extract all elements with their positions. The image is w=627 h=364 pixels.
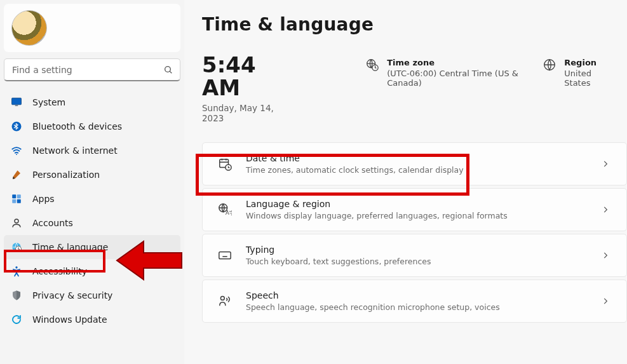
chevron-right-icon xyxy=(601,297,610,306)
current-time: 5:44 AM xyxy=(202,54,284,99)
apps-icon xyxy=(11,193,22,205)
main-content: Time & language 5:44 AM Sunday, May 14, … xyxy=(184,0,627,364)
card-title: Language & region xyxy=(246,199,587,209)
person-icon xyxy=(11,217,22,229)
svg-rect-4 xyxy=(15,105,18,107)
bluetooth-icon xyxy=(11,121,22,132)
timezone-icon xyxy=(365,58,379,72)
globe-clock-icon xyxy=(11,241,22,253)
sidebar-item-label: Accessibility xyxy=(32,266,87,276)
shield-icon xyxy=(11,290,22,301)
region-label: Region xyxy=(564,58,607,67)
svg-line-1 xyxy=(170,71,172,73)
sidebar-item-label: Bluetooth & devices xyxy=(32,121,122,131)
timezone-value: (UTC-06:00) Central Time (US & Canada) xyxy=(387,69,522,88)
svg-rect-9 xyxy=(12,199,16,203)
card-subtitle: Windows display language, preferred lang… xyxy=(246,211,587,220)
svg-point-6 xyxy=(16,154,17,155)
card-title: Date & time xyxy=(246,153,587,163)
sidebar-item-label: Personalization xyxy=(32,170,100,180)
sidebar-item-accessibility[interactable]: Accessibility xyxy=(4,259,180,283)
card-subtitle: Time zones, automatic clock settings, ca… xyxy=(246,165,587,175)
monitor-icon xyxy=(11,97,22,108)
sidebar-item-privacy[interactable]: Privacy & security xyxy=(4,283,180,307)
svg-text:A字: A字 xyxy=(226,210,232,217)
card-title: Speech xyxy=(246,290,587,300)
sidebar-item-label: Accounts xyxy=(32,218,73,228)
svg-point-11 xyxy=(15,219,18,223)
search-input[interactable] xyxy=(4,58,180,81)
keyboard-icon xyxy=(218,248,232,262)
language-icon: A字 xyxy=(218,203,232,217)
paintbrush-icon xyxy=(11,169,22,180)
timezone-block: Time zone (UTC-06:00) Central Time (US &… xyxy=(365,58,522,88)
timezone-label: Time zone xyxy=(387,58,522,67)
region-block: Region United States xyxy=(543,58,607,88)
sidebar-item-apps[interactable]: Apps xyxy=(4,187,180,211)
update-icon xyxy=(11,314,22,325)
sidebar-item-time-language[interactable]: Time & language xyxy=(4,235,180,259)
speech-icon xyxy=(218,294,232,308)
sidebar-item-bluetooth[interactable]: Bluetooth & devices xyxy=(4,114,180,138)
sidebar-item-label: System xyxy=(32,97,65,107)
sidebar-item-label: Privacy & security xyxy=(32,290,112,300)
svg-rect-7 xyxy=(12,194,16,198)
accessibility-icon xyxy=(11,266,22,277)
card-language-region[interactable]: A字 Language & region Windows display lan… xyxy=(202,188,627,231)
search-icon xyxy=(163,65,173,75)
sidebar-item-label: Apps xyxy=(32,194,55,204)
sidebar-item-system[interactable]: System xyxy=(4,90,180,114)
globe-icon xyxy=(543,58,556,72)
sidebar: System Bluetooth & devices Network & int… xyxy=(0,0,184,364)
sidebar-item-windows-update[interactable]: Windows Update xyxy=(4,307,180,332)
sidebar-item-network[interactable]: Network & internet xyxy=(4,138,180,163)
card-date-time[interactable]: Date & time Time zones, automatic clock … xyxy=(202,142,627,185)
card-title: Typing xyxy=(246,245,587,255)
wifi-icon xyxy=(11,145,22,156)
avatar xyxy=(11,10,47,46)
svg-point-23 xyxy=(220,297,224,300)
calendar-clock-icon xyxy=(218,157,232,171)
svg-rect-8 xyxy=(17,194,21,198)
sidebar-item-label: Network & internet xyxy=(32,145,118,156)
sidebar-item-personalization[interactable]: Personalization xyxy=(4,163,180,187)
chevron-right-icon xyxy=(601,205,610,214)
svg-rect-22 xyxy=(219,252,231,259)
svg-rect-10 xyxy=(17,199,21,203)
card-subtitle: Speech language, speech recognition micr… xyxy=(246,302,587,312)
sidebar-item-label: Windows Update xyxy=(32,314,107,325)
chevron-right-icon xyxy=(601,251,610,260)
region-value: United States xyxy=(564,69,607,88)
card-speech[interactable]: Speech Speech language, speech recogniti… xyxy=(202,280,627,323)
settings-window: System Bluetooth & devices Network & int… xyxy=(0,0,627,364)
header-row: 5:44 AM Sunday, May 14, 2023 Time zone (… xyxy=(202,54,627,123)
clock-block: 5:44 AM Sunday, May 14, 2023 xyxy=(202,54,284,123)
svg-rect-2 xyxy=(12,98,22,105)
cards-list: Date & time Time zones, automatic clock … xyxy=(202,142,627,323)
chevron-right-icon xyxy=(601,159,610,168)
sidebar-item-label: Time & language xyxy=(32,242,108,252)
page-title: Time & language xyxy=(202,14,627,35)
current-date: Sunday, May 14, 2023 xyxy=(202,103,284,123)
search-wrap xyxy=(4,58,180,81)
svg-point-0 xyxy=(165,67,171,72)
card-typing[interactable]: Typing Touch keyboard, text suggestions,… xyxy=(202,234,627,277)
nav: System Bluetooth & devices Network & int… xyxy=(3,90,182,332)
svg-point-14 xyxy=(15,266,17,268)
sidebar-item-accounts[interactable]: Accounts xyxy=(4,211,180,235)
card-subtitle: Touch keyboard, text suggestions, prefer… xyxy=(246,257,587,266)
account-card[interactable] xyxy=(4,4,180,52)
